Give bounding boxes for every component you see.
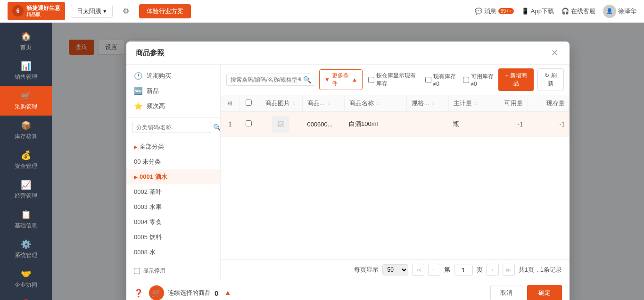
online-service-nav[interactable]: 🎧 在线客服: [561, 7, 595, 16]
store-selector[interactable]: 日太阳膜 ▾: [71, 5, 113, 18]
clock-icon: 🕐: [134, 72, 143, 80]
filter-icon: ▼: [324, 76, 330, 83]
page-size-label: 每页显示: [354, 266, 379, 274]
col-settings[interactable]: ⚙: [221, 95, 239, 112]
sidebar-item-guide[interactable]: 🎯 新手引导: [0, 294, 52, 300]
first-page-button[interactable]: ⏮: [412, 264, 424, 276]
next-page-button[interactable]: ›: [487, 264, 499, 276]
sidebar-item-label: 库存核算: [15, 133, 37, 141]
logo-line2: 精品版: [26, 12, 60, 17]
row-stock: -1: [528, 112, 570, 137]
confirm-button[interactable]: 确定: [527, 285, 562, 300]
app-download-nav[interactable]: 📱 App下载: [521, 7, 554, 16]
warehouse-stock-checkbox[interactable]: [368, 77, 374, 83]
sidebar-item-corp[interactable]: 🤝 企业协同: [0, 264, 52, 294]
messages-badge: 99++: [498, 8, 514, 14]
cb-warehouse-stock[interactable]: 按仓库显示现有库存: [368, 72, 420, 88]
quick-filter-frequent[interactable]: ⭐ 频次高: [126, 99, 220, 114]
cart-wrap: 🛒 连续选择的商品 0 ▲: [149, 285, 231, 300]
product-image: 🖼: [272, 116, 289, 133]
cart-icon[interactable]: 🛒: [149, 285, 164, 300]
category-list: ▶ 全部分类 00 未分类 ▶ 0001 酒水 0002 茶: [126, 137, 220, 262]
category-search-icon[interactable]: 🔍: [213, 124, 220, 131]
col-code-header: 商品... ↕: [302, 95, 344, 112]
sidebar-item-sales[interactable]: 📊 销售管理: [0, 56, 52, 86]
pagination: 每页显示 10 20 50 100 ⏮ ‹ 第 1 页 › ⏭: [221, 259, 570, 280]
page-size-select[interactable]: 10 20 50 100: [382, 264, 408, 275]
cb-current-stock-nonzero[interactable]: 现有库存≠0: [425, 73, 457, 87]
cb-available-stock-nonzero[interactable]: 可用库存≠0: [463, 73, 495, 87]
quick-filter-recent[interactable]: 🕐 近期购买: [126, 68, 220, 83]
left-panel: 🕐 近期购买 🆕 新品 ⭐ 频次高: [126, 65, 221, 280]
product-table-wrap: ⚙ 商品图片 ↕ 商品... ↕: [221, 95, 570, 259]
row-checkbox-cell[interactable]: [239, 112, 258, 137]
sidebar-item-finance[interactable]: 💰 资金管理: [0, 145, 52, 175]
page-number-input[interactable]: 1: [454, 265, 473, 275]
product-search-input[interactable]: [231, 76, 301, 83]
sidebar-item-inventory[interactable]: 📦 库存核算: [0, 116, 52, 145]
top-nav: 6 畅捷通好生意 精品版 日太阳膜 ▾ ⚙ 体验行业方案 💬 消息 99++ 📱…: [0, 0, 644, 23]
inventory-icon: 📦: [21, 120, 31, 131]
right-panel: 🔍 ▼ 更多条件 ▲ 按仓库显示现有库存: [221, 65, 570, 280]
settings-icon[interactable]: ⚙: [118, 4, 133, 19]
row-checkbox[interactable]: [246, 120, 252, 126]
trial-button[interactable]: 体验行业方案: [139, 4, 191, 18]
sidebar-item-label: 采购管理: [15, 103, 37, 111]
col-avail-header: 可用量: [486, 95, 528, 112]
close-icon[interactable]: ✕: [549, 47, 560, 58]
cat-item-all[interactable]: ▶ 全部分类: [126, 139, 220, 154]
cat-item-uncategorized[interactable]: 00 未分类: [126, 154, 220, 169]
current-stock-nonzero-checkbox[interactable]: [425, 77, 431, 83]
help-icon[interactable]: ❓: [134, 289, 143, 298]
prev-page-button[interactable]: ‹: [428, 264, 440, 276]
sidebar-item-purchase[interactable]: 🛒 采购管理: [0, 86, 52, 116]
sort-icon: ↕: [292, 100, 295, 107]
sidebar-item-system[interactable]: ⚙️ 系统管理: [0, 234, 52, 264]
sidebar: 🏠 首页 📊 销售管理 🛒 采购管理 📦 库存核算 💰 资金管理 📈 经营管理 …: [0, 23, 52, 300]
cat-item-water[interactable]: 0008 水: [126, 245, 220, 260]
search-icon[interactable]: 🔍: [303, 76, 311, 83]
cat-item-snack[interactable]: 0004 零食: [126, 215, 220, 230]
show-disabled-checkbox[interactable]: [134, 268, 140, 274]
row-spec: [407, 112, 449, 137]
available-stock-nonzero-checkbox[interactable]: [463, 77, 469, 83]
cancel-button[interactable]: 取消: [490, 285, 522, 300]
cat-item-tea[interactable]: 0002 茶叶: [126, 184, 220, 200]
cat-item-liquor[interactable]: ▶ 0001 酒水: [126, 169, 220, 184]
show-disabled-label[interactable]: 显示停用: [143, 267, 165, 275]
more-filters-button[interactable]: ▼ 更多条件 ▲: [319, 69, 363, 90]
table-row[interactable]: 1 🖼 000600... 白酒100ml: [221, 112, 570, 137]
add-product-button[interactable]: + 新增商品: [498, 68, 534, 91]
corp-icon: 🤝: [21, 269, 31, 279]
cat-item-fruit[interactable]: 0003 水果: [126, 200, 220, 215]
col-name-header: 商品名称 ↕: [344, 95, 407, 112]
main-layout: 🏠 首页 📊 销售管理 🛒 采购管理 📦 库存核算 💰 资金管理 📈 经营管理 …: [0, 23, 644, 300]
left-panel-inner: 🔍 ▶ 全部分类 00 未分类 ▶: [126, 118, 220, 262]
active-expand-icon: ▶: [134, 175, 138, 180]
sidebar-item-basic-info[interactable]: 📋 基础信息: [0, 205, 52, 234]
basic-info-icon: 📋: [21, 209, 31, 220]
quick-filter-new[interactable]: 🆕 新品: [126, 83, 220, 99]
dialog-title: 商品参照: [136, 49, 164, 58]
sidebar-item-label: 销售管理: [15, 73, 37, 81]
messages-nav[interactable]: 💬 消息 99++: [475, 7, 514, 16]
sort-icon: ↕: [432, 100, 435, 107]
refresh-button[interactable]: ↻ 刷新: [537, 68, 564, 91]
sidebar-item-home[interactable]: 🏠 首页: [0, 26, 52, 56]
dialog-footer: ❓ 🛒 连续选择的商品 0 ▲ 取消 确定: [126, 280, 570, 300]
select-all-checkbox[interactable]: [246, 100, 252, 106]
sidebar-item-operations[interactable]: 📈 经营管理: [0, 175, 52, 205]
quick-filter-label: 新品: [147, 87, 159, 95]
user-profile[interactable]: 👤 徐泽华: [603, 5, 636, 18]
last-page-button[interactable]: ⏭: [503, 264, 515, 276]
category-search-input[interactable]: [132, 122, 211, 133]
cart-label: 连续选择的商品: [168, 289, 211, 297]
sort-icon: ↕: [376, 100, 379, 107]
collapse-icon[interactable]: ▲: [224, 289, 231, 297]
show-disabled-area: 显示停用: [126, 262, 220, 280]
avatar: 👤: [603, 5, 616, 18]
cat-item-appliance[interactable]: 0010 家电: [126, 260, 220, 262]
cat-item-beverage[interactable]: 0005 饮料: [126, 230, 220, 245]
sort-icon: ↕: [475, 100, 478, 107]
logo-line1: 畅捷通好生意: [26, 5, 60, 11]
